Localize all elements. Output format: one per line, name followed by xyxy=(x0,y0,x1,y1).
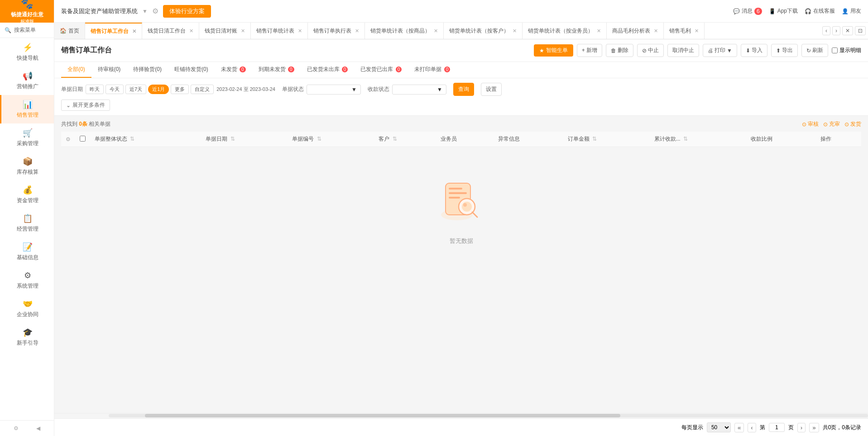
sidebar-item-finance[interactable]: 💰 资金管理 xyxy=(0,180,54,209)
filter-payment-select[interactable]: ▼ xyxy=(392,85,446,95)
sidebar-item-purchase[interactable]: 🛒 采购管理 xyxy=(0,123,54,152)
refresh-btn[interactable]: ↻ 刷新 xyxy=(801,44,828,57)
sidebar-item-guide[interactable]: 🎓 新手引导 xyxy=(0,323,54,351)
next-page-btn[interactable]: › xyxy=(797,423,806,432)
show-detail-checkbox[interactable]: 显示明细 xyxy=(832,47,861,54)
last-page-btn[interactable]: » xyxy=(809,423,819,432)
tab-next-btn[interactable]: › xyxy=(832,26,840,35)
scrollbar-area[interactable] xyxy=(54,413,868,418)
sort-status-icon[interactable]: ⇅ xyxy=(130,136,134,142)
app-download-btn[interactable]: 📱 App下载 xyxy=(769,7,798,15)
filter-settings-btn[interactable]: 设置 xyxy=(481,83,502,96)
page-number-input[interactable] xyxy=(769,423,785,432)
tab-sales-earn[interactable]: 销售毛利 ✕ xyxy=(664,23,705,39)
collapse-icon[interactable]: ◀ xyxy=(36,425,40,431)
ship-btn[interactable]: ⊙ 发货 xyxy=(844,120,861,128)
message-btn[interactable]: 💬 消息 6 xyxy=(733,7,762,15)
tab-close-sales-summary-product[interactable]: ✕ xyxy=(434,28,438,34)
sub-tab-pending-review[interactable]: 待审核(0) xyxy=(91,62,127,78)
sidebar-item-basic[interactable]: 📝 基础信息 xyxy=(0,237,54,266)
sidebar-item-operation[interactable]: 📋 经营管理 xyxy=(0,209,54,237)
tab-close-cash-reconcile[interactable]: ✕ xyxy=(241,28,245,34)
print-btn[interactable]: 🖨 打印 ▼ xyxy=(703,44,737,57)
sub-tab-not-printed[interactable]: 未打印单据 0 xyxy=(408,62,456,78)
page-size-select[interactable]: 50 10 20 100 xyxy=(707,422,731,432)
sort-number-icon[interactable]: ⇅ xyxy=(317,136,321,142)
cancel-stop-btn[interactable]: 取消中止 xyxy=(667,44,699,57)
scrollbar-thumb[interactable] xyxy=(145,414,620,417)
online-service-btn[interactable]: 🎧 在线客服 xyxy=(805,7,835,15)
sub-tab-shipped-not-out[interactable]: 已发货未出库 0 xyxy=(301,62,355,78)
sidebar-item-sales[interactable]: 📊 销售管理 xyxy=(0,95,54,123)
tab-sales-stats[interactable]: 销售订单统计表 ✕ xyxy=(251,23,308,39)
date-btn-yesterday[interactable]: 昨天 xyxy=(86,85,104,94)
date-btn-custom[interactable]: 自定义 xyxy=(191,85,214,94)
stop-btn[interactable]: ⊘ 中止 xyxy=(637,44,664,57)
show-detail-input[interactable] xyxy=(832,47,838,53)
sidebar-logo[interactable]: 🐾 畅捷通好生意 标准版 xyxy=(0,0,54,23)
sort-date-icon[interactable]: ⇅ xyxy=(230,136,235,142)
sidebar-item-corp[interactable]: 🤝 企业协同 xyxy=(0,294,54,323)
sidebar-item-system[interactable]: ⚙ 系统管理 xyxy=(0,266,54,294)
user-btn[interactable]: 👤 用友 xyxy=(842,7,861,15)
sort-customer-icon[interactable]: ⇅ xyxy=(393,136,397,142)
tab-sales-summary-customer[interactable]: 销货单统计表（按客户） ✕ xyxy=(444,23,523,39)
sidebar-search[interactable]: 🔍 搜索菜单 xyxy=(0,23,54,38)
tab-cash-reconcile[interactable]: 钱货日清对账 ✕ xyxy=(199,23,251,39)
tab-close-sales-workbench[interactable]: ✕ xyxy=(132,28,136,34)
sub-tab-wang-pending[interactable]: 旺铺待发货(0) xyxy=(168,62,215,78)
tab-expand-btn[interactable]: ⊡ xyxy=(855,26,866,35)
tab-close-product-margin[interactable]: ✕ xyxy=(654,28,658,34)
sales-icon: 📊 xyxy=(23,100,33,109)
settings-icon[interactable]: ⚙ xyxy=(14,425,19,431)
sidebar-item-inventory[interactable]: 📦 库存核算 xyxy=(0,152,54,180)
date-btn-today[interactable]: 今天 xyxy=(106,85,124,94)
export-btn[interactable]: ⬆ 导出 xyxy=(771,44,798,57)
tab-sales-exec[interactable]: 销售订单执行表 ✕ xyxy=(308,23,365,39)
page-title: 销售订单工作台 xyxy=(61,46,112,55)
col-checkbox[interactable] xyxy=(75,132,90,147)
filter-status-select[interactable]: ▼ xyxy=(307,85,361,95)
query-btn[interactable]: 查询 xyxy=(453,83,474,96)
first-page-btn[interactable]: « xyxy=(734,423,744,432)
audit-btn[interactable]: ⊙ 审核 xyxy=(802,120,819,128)
tab-sales-summary-staff[interactable]: 销货单统计表（按业务员） ✕ xyxy=(523,23,607,39)
new-btn[interactable]: + 新增 xyxy=(577,44,602,57)
prev-page-btn[interactable]: ‹ xyxy=(748,423,756,432)
sidebar-item-marketing[interactable]: 📢 营销推广 xyxy=(0,66,54,95)
tab-sales-summary-product[interactable]: 销货单统计表（按商品） ✕ xyxy=(365,23,444,39)
expand-more-btn[interactable]: ⌄ 展开更多条件 xyxy=(61,100,110,111)
delete-btn[interactable]: 🗑 删除 xyxy=(606,44,633,57)
select-all-checkbox[interactable] xyxy=(80,136,86,142)
tab-close-sales-exec[interactable]: ✕ xyxy=(355,28,359,34)
sort-amount-icon[interactable]: ⇅ xyxy=(592,136,597,142)
tab-close-sales-earn[interactable]: ✕ xyxy=(695,28,699,34)
sub-tab-expired-not-shipped[interactable]: 到期未发货 0 xyxy=(252,62,301,78)
topbar-settings-icon[interactable]: ⚙ xyxy=(152,7,158,15)
smart-create-btn[interactable]: ★ 智能生单 xyxy=(534,44,573,57)
tab-close-sales-summary-staff[interactable]: ✕ xyxy=(597,28,601,34)
sort-collected-icon[interactable]: ⇅ xyxy=(683,136,688,142)
topbar-dropdown-icon[interactable]: ▼ xyxy=(142,8,148,14)
tab-home[interactable]: 🏠 首页 xyxy=(54,23,85,39)
tab-sales-workbench[interactable]: 销售订单工作台 ✕ xyxy=(85,23,142,39)
date-btn-7days[interactable]: 近7天 xyxy=(125,85,146,94)
tab-close-cash-daily[interactable]: ✕ xyxy=(189,28,193,34)
sub-tab-shipped-out[interactable]: 已发货已出库 0 xyxy=(354,62,408,78)
tab-close-sales-stats[interactable]: ✕ xyxy=(298,28,302,34)
sub-tab-pending-inspect[interactable]: 待择验货(0) xyxy=(127,62,168,78)
sidebar-item-quick-nav[interactable]: ⚡ 快捷导航 xyxy=(0,38,54,66)
sub-tab-not-shipped[interactable]: 未发货 0 xyxy=(215,62,252,78)
trial-btn[interactable]: 体验行业方案 xyxy=(163,5,211,18)
tab-product-margin[interactable]: 商品毛利分析表 ✕ xyxy=(607,23,664,39)
tab-cash-daily[interactable]: 钱货日清工作台 ✕ xyxy=(142,23,199,39)
tab-close-sales-summary-customer[interactable]: ✕ xyxy=(513,28,517,34)
tab-prev-btn[interactable]: ‹ xyxy=(822,26,830,35)
sub-tab-all[interactable]: 全部(0) xyxy=(61,62,91,78)
import-btn[interactable]: ⬇ 导入 xyxy=(741,44,767,57)
col-settings[interactable]: ⚙ xyxy=(61,132,75,147)
revoke-btn[interactable]: ⊙ 充审 xyxy=(823,120,840,128)
tab-close-all-btn[interactable]: ✕ xyxy=(842,26,853,35)
date-btn-more[interactable]: 更多 xyxy=(171,85,189,94)
date-btn-1month[interactable]: 近1月 xyxy=(148,85,169,94)
